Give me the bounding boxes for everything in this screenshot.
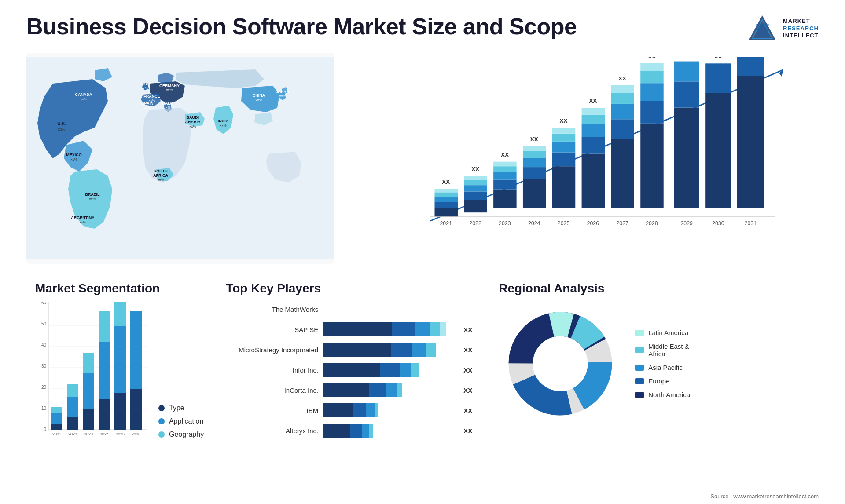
europe-color [635, 378, 644, 384]
svg-rect-62 [552, 166, 576, 208]
svg-rect-54 [493, 162, 517, 167]
svg-rect-70 [582, 124, 605, 137]
player-name: The MathWorks [226, 306, 318, 313]
legend-item-geography: Geography [158, 431, 204, 438]
svg-text:xx%: xx% [89, 197, 96, 201]
svg-rect-91 [705, 63, 731, 93]
svg-rect-87 [674, 81, 699, 107]
svg-rect-128 [67, 384, 78, 397]
segmentation-panel: Market Segmentation 0 10 20 30 40 50 [26, 277, 213, 488]
world-map: U.S. xx% CANADA xx% MEXICO xx% BRAZIL xx… [26, 53, 334, 264]
svg-text:2026: 2026 [587, 220, 599, 226]
svg-rect-57 [523, 167, 546, 179]
regional-title: Regional Analysis [499, 281, 805, 296]
svg-rect-140 [114, 302, 126, 326]
svg-rect-136 [99, 311, 110, 342]
latin-america-color [635, 330, 644, 336]
svg-text:2025: 2025 [558, 220, 570, 226]
seg-chart-svg: 0 10 20 30 40 50 60 [35, 302, 150, 452]
player-name: IBM [226, 407, 318, 414]
map-container: U.S. xx% CANADA xx% MEXICO xx% BRAZIL xx… [26, 53, 334, 264]
svg-rect-93 [737, 76, 764, 208]
player-bar [323, 424, 373, 438]
svg-text:2023: 2023 [499, 220, 511, 226]
svg-text:2022: 2022 [469, 220, 481, 226]
svg-text:XX: XX [560, 117, 568, 124]
players-panel: Top Key Players The MathWorks SAP SE [213, 277, 485, 488]
page-container: Business Decision Software Market Size a… [0, 0, 845, 504]
regional-legend: Latin America Middle East &Africa Asia P… [635, 329, 690, 398]
svg-text:XX: XX [442, 179, 450, 185]
player-xx: XX [463, 326, 472, 333]
svg-text:xx%: xx% [58, 127, 65, 131]
svg-text:2024: 2024 [528, 220, 540, 226]
segmentation-title: Market Segmentation [35, 281, 204, 296]
player-name: Infor Inc. [226, 366, 318, 374]
player-row-ibm: IBM XX [226, 403, 472, 417]
svg-text:MEXICO: MEXICO [66, 153, 82, 157]
top-section: U.S. xx% CANADA xx% MEXICO xx% BRAZIL xx… [26, 53, 819, 264]
svg-text:ARABIA: ARABIA [185, 120, 201, 124]
bottom-section: Market Segmentation 0 10 20 30 40 50 [26, 277, 819, 488]
svg-marker-2 [756, 24, 769, 37]
legend-label-geography: Geography [169, 431, 204, 438]
players-title: Top Key Players [226, 281, 472, 296]
svg-rect-131 [83, 373, 94, 409]
svg-text:CHINA: CHINA [253, 93, 265, 98]
svg-text:U.S.: U.S. [57, 121, 66, 126]
svg-text:30: 30 [41, 364, 47, 369]
player-bar-container [323, 343, 456, 357]
svg-rect-53 [493, 166, 517, 172]
svg-rect-86 [674, 108, 699, 208]
svg-rect-134 [99, 399, 110, 430]
svg-text:SOUTH: SOUTH [154, 169, 168, 173]
svg-text:XX: XX [501, 151, 509, 158]
regional-inner: Latin America Middle East &Africa Asia P… [499, 302, 805, 425]
player-row-alteryx: Alteryx Inc. XX [226, 424, 472, 438]
svg-rect-45 [464, 191, 487, 200]
svg-text:2029: 2029 [680, 220, 693, 226]
player-bar-container [323, 322, 456, 336]
north-america-label: North America [648, 391, 690, 398]
svg-rect-81 [640, 101, 664, 124]
svg-text:2030: 2030 [712, 220, 724, 226]
svg-rect-51 [493, 180, 517, 190]
seg-legend: Type Application Geography [158, 404, 204, 456]
svg-text:U.K.: U.K. [140, 82, 148, 86]
bar-chart-container: XX XX XX XX [352, 53, 819, 264]
player-bar-container [323, 403, 456, 417]
svg-text:2025: 2025 [116, 432, 125, 436]
svg-rect-90 [705, 93, 731, 208]
player-bar-container [323, 302, 472, 316]
svg-rect-58 [523, 158, 546, 167]
legend-item-application: Application [158, 417, 204, 425]
svg-rect-48 [464, 176, 487, 180]
player-xx: XX [463, 366, 472, 374]
player-bar-container [323, 424, 456, 438]
geography-color [158, 431, 165, 438]
svg-text:xx%: xx% [166, 88, 173, 92]
svg-rect-64 [552, 142, 576, 153]
svg-rect-124 [51, 407, 62, 413]
svg-text:CANADA: CANADA [75, 92, 92, 97]
svg-text:XX: XX [589, 98, 597, 104]
players-list: The MathWorks SAP SE [226, 302, 472, 438]
svg-text:XX: XX [618, 75, 626, 82]
svg-rect-123 [51, 413, 62, 424]
svg-text:BRAZIL: BRAZIL [85, 192, 100, 197]
reg-legend-north-america: North America [635, 391, 690, 398]
svg-rect-71 [582, 115, 605, 124]
svg-rect-65 [552, 134, 576, 142]
player-row-sap: SAP SE XX [226, 322, 472, 336]
svg-text:20: 20 [41, 385, 47, 390]
asia-pacific-label: Asia Pacific [648, 364, 683, 371]
page-title: Business Decision Software Market Size a… [26, 13, 577, 40]
svg-rect-66 [552, 128, 576, 133]
svg-rect-88 [674, 62, 699, 82]
mea-label: Middle East &Africa [648, 343, 689, 358]
svg-text:ARGENTINA: ARGENTINA [71, 215, 95, 220]
player-row-infor: Infor Inc. XX [226, 363, 472, 377]
svg-rect-52 [493, 172, 517, 180]
svg-text:SAUDI: SAUDI [187, 115, 199, 120]
north-america-color [635, 392, 644, 398]
